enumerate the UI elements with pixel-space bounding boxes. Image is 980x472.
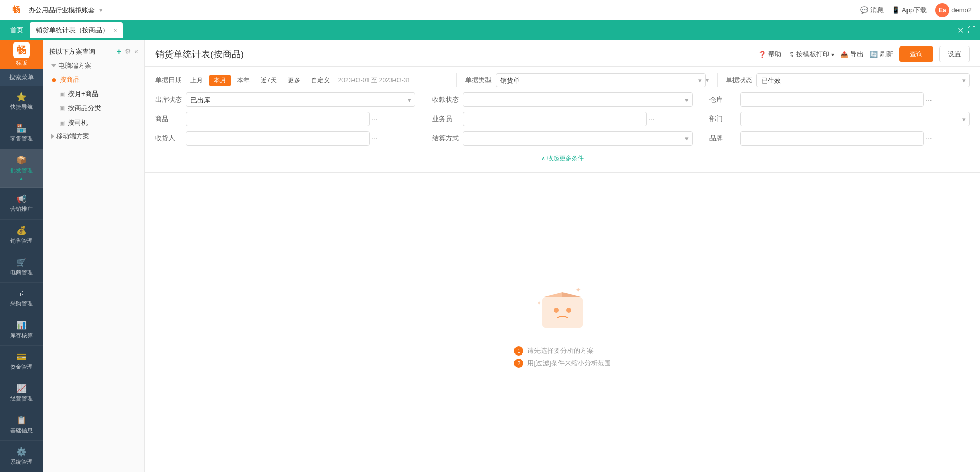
- tab-window-controls: ✕ ⛶: [957, 26, 976, 35]
- sidebar-item-operation[interactable]: 📈 经营管理: [0, 377, 43, 409]
- salesperson-more-btn[interactable]: ···: [649, 115, 655, 123]
- refresh-btn[interactable]: 🔄 刷新: [870, 50, 893, 59]
- recipient-more-btn[interactable]: ···: [372, 134, 378, 143]
- sidebar-item-finance[interactable]: 💳 资金管理: [0, 346, 43, 377]
- filter-item-by-month-product[interactable]: ▣ 按月+商品: [47, 87, 140, 101]
- warehouse-input[interactable]: [740, 92, 924, 107]
- brand-more-btn[interactable]: ···: [926, 134, 932, 143]
- tab-close-icon[interactable]: ×: [114, 27, 117, 33]
- settings-btn[interactable]: 设置: [939, 46, 970, 62]
- filter-field-outstock: 出库状态 已出库: [155, 92, 415, 107]
- divider-1: [456, 73, 457, 87]
- collapse-label: 收起更多条件: [547, 154, 584, 163]
- filter-collapse-btn[interactable]: «: [134, 47, 138, 56]
- type-chevron: ▾: [706, 77, 709, 84]
- type-select[interactable]: 销货单: [496, 73, 706, 87]
- app-logo-area: 畅 办公用品行业模拟账套 ▾: [8, 2, 103, 18]
- export-btn[interactable]: 📤 导出: [840, 50, 864, 59]
- filter-group-desktop: 电脑端方案 ● 按商品 ▣ 按月+商品 ▣ 按商品分类 ▣ 按司机: [43, 59, 144, 130]
- sidebar-item-quick-nav[interactable]: ⭐ 快捷导航: [0, 86, 43, 117]
- group-expand-icon: [51, 64, 56, 67]
- tip-num-1: 1: [514, 346, 523, 356]
- status-select[interactable]: 已生效: [756, 73, 970, 87]
- date-custom-btn[interactable]: 自定义: [307, 75, 334, 86]
- recipient-input[interactable]: [186, 131, 370, 146]
- help-btn[interactable]: ❓ 帮助: [758, 50, 781, 59]
- product-input[interactable]: [186, 112, 370, 126]
- divider-7: [424, 131, 424, 146]
- date-this-year-btn[interactable]: 本年: [233, 75, 254, 86]
- date-label: 单据日期: [155, 76, 186, 85]
- app-subtitle: 办公用品行业模拟账套: [29, 6, 95, 15]
- group-mobile-title[interactable]: 移动端方案: [47, 130, 140, 143]
- window-max-btn[interactable]: ⛶: [968, 26, 976, 35]
- settlement-select[interactable]: [463, 131, 693, 146]
- sidebar-item-inventory[interactable]: 📊 库存核算: [0, 314, 43, 346]
- filter-field-department: 部门: [709, 112, 970, 126]
- empty-tips: 1 请先选择要分析的方案 2 用[过滤]条件来缩小分析范围: [514, 346, 610, 368]
- date-more-btn[interactable]: 更多: [283, 75, 305, 86]
- product-control: ···: [186, 112, 415, 126]
- recipient-label: 收货人: [155, 134, 186, 143]
- warehouse-more-btn[interactable]: ···: [926, 96, 932, 104]
- operation-icon: 📈: [16, 384, 27, 393]
- tip-num-2: 2: [514, 359, 523, 368]
- print-btn[interactable]: 🖨 按模板打印 ▾: [788, 50, 834, 59]
- date-this-month-btn[interactable]: 本月: [209, 75, 231, 86]
- page-title-bar: 销货单统计表(按商品) ❓ 帮助 🖨 按模板打印 ▾ 📤 导出: [145, 40, 980, 67]
- settlement-control: [463, 131, 693, 146]
- collapse-conditions-btn[interactable]: ∧ 收起更多条件: [155, 151, 970, 166]
- page-title: 销货单统计表(按商品): [155, 48, 244, 60]
- group-desktop-title[interactable]: 电脑端方案: [47, 59, 140, 73]
- sidebar-item-system[interactable]: ⚙️ 系统管理: [0, 441, 43, 472]
- sidebar-item-purchase[interactable]: 🛍 采购管理: [0, 283, 43, 314]
- filter-settings-btn[interactable]: ⚙: [125, 47, 131, 56]
- main-content: 销货单统计表(按商品) ❓ 帮助 🖨 按模板打印 ▾ 📤 导出: [145, 40, 980, 472]
- empty-tip-1: 1 请先选择要分析的方案: [514, 346, 610, 356]
- sidebar-item-marketing[interactable]: 📢 营销推广: [0, 188, 43, 220]
- empty-state: ✦ ✦ 1 请先选择要分析的方案 2 用[过滤]条件来缩小分析范围: [145, 173, 980, 472]
- sidebar-logo-icon: 畅: [13, 42, 30, 58]
- by-product-icon: ●: [51, 75, 57, 84]
- sidebar-item-wholesale[interactable]: 📦 批发管理 ▲: [0, 149, 43, 188]
- user-menu[interactable]: Ea demo2: [935, 3, 972, 17]
- salesperson-input[interactable]: [463, 112, 647, 126]
- filter-add-btn[interactable]: +: [117, 47, 121, 56]
- tab-active[interactable]: 销货单统计表（按商品） ×: [30, 22, 123, 38]
- filter-item-by-driver[interactable]: ▣ 按司机: [47, 115, 140, 130]
- tab-home[interactable]: 首页: [4, 22, 30, 38]
- brand-control: ···: [740, 131, 970, 146]
- sidebar-item-ecommerce[interactable]: 🛒 电商管理: [0, 251, 43, 283]
- payment-select[interactable]: [463, 92, 693, 107]
- dropdown-arrow[interactable]: ▾: [99, 6, 103, 14]
- window-close-btn[interactable]: ✕: [957, 26, 964, 35]
- date-7days-btn[interactable]: 近7天: [256, 75, 281, 86]
- tip-text-2: 用[过滤]条件来缩小分析范围: [527, 359, 610, 368]
- department-label: 部门: [709, 114, 740, 124]
- message-btn[interactable]: 💬 消息: [860, 6, 884, 15]
- date-last-month-btn[interactable]: 上月: [186, 75, 207, 86]
- filter-item-by-category[interactable]: ▣ 按商品分类: [47, 101, 140, 115]
- outstock-select[interactable]: 已出库: [186, 92, 415, 107]
- filter-panel-icons: + ⚙ «: [117, 47, 138, 56]
- help-icon: ❓: [758, 51, 766, 58]
- empty-tip-2: 2 用[过滤]条件来缩小分析范围: [514, 359, 610, 368]
- tab-active-label: 销货单统计表（按商品）: [36, 26, 109, 35]
- divider-8: [701, 131, 701, 146]
- sidebar-item-retail[interactable]: 🏪 零售管理: [0, 117, 43, 149]
- filter-field-warehouse: 仓库 ···: [709, 92, 970, 107]
- product-more-btn[interactable]: ···: [372, 115, 378, 123]
- filter-item-by-product[interactable]: ● 按商品: [47, 73, 140, 87]
- warehouse-label: 仓库: [709, 95, 740, 104]
- sidebar-search-area[interactable]: 搜索菜单: [0, 69, 43, 86]
- sidebar-item-sales[interactable]: 💰 销售管理: [0, 220, 43, 251]
- sidebar: 畅 标版 搜索菜单 ⭐ 快捷导航 🏪 零售管理 📦 批发管理 ▲ 📢 营销推广 …: [0, 40, 43, 472]
- app-download-btn[interactable]: 📱 App下载: [892, 6, 927, 15]
- sidebar-logo: 畅 标版: [0, 40, 43, 69]
- tip-text-1: 请先选择要分析的方案: [527, 346, 594, 356]
- brand-input[interactable]: [740, 131, 924, 146]
- sidebar-item-basic[interactable]: 📋 基础信息: [0, 409, 43, 441]
- query-btn[interactable]: 查询: [899, 46, 933, 62]
- ecommerce-icon: 🛒: [16, 257, 27, 267]
- department-select[interactable]: [740, 112, 970, 126]
